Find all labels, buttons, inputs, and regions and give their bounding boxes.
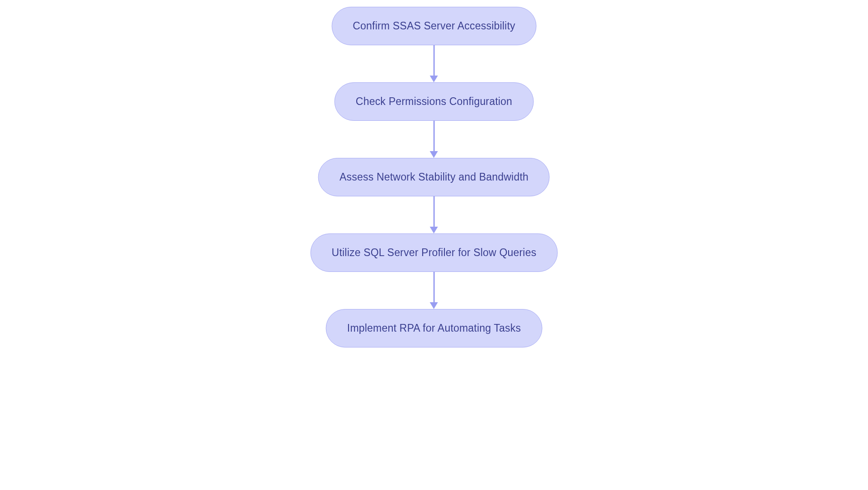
arrow-head-icon [430,151,438,158]
flow-arrow-2 [429,121,439,158]
flow-arrow-3 [429,196,439,233]
flow-node-4: Utilize SQL Server Profiler for Slow Que… [311,233,558,272]
arrow-head-icon [430,76,438,82]
arrow-shaft [433,121,434,152]
flow-node-3: Assess Network Stability and Bandwidth [318,158,550,196]
flow-node-1: Confirm SSAS Server Accessibility [331,7,536,45]
flow-node-2: Check Permissions Configuration [335,82,533,121]
arrow-shaft [433,196,434,227]
flow-arrow-4 [429,272,439,309]
flow-arrow-1 [429,45,439,82]
flowchart: Confirm SSAS Server Accessibility Check … [311,7,558,347]
arrow-shaft [433,272,434,303]
arrow-shaft [433,45,434,76]
arrow-head-icon [430,227,438,233]
arrow-head-icon [430,302,438,309]
flow-node-5: Implement RPA for Automating Tasks [326,309,542,347]
